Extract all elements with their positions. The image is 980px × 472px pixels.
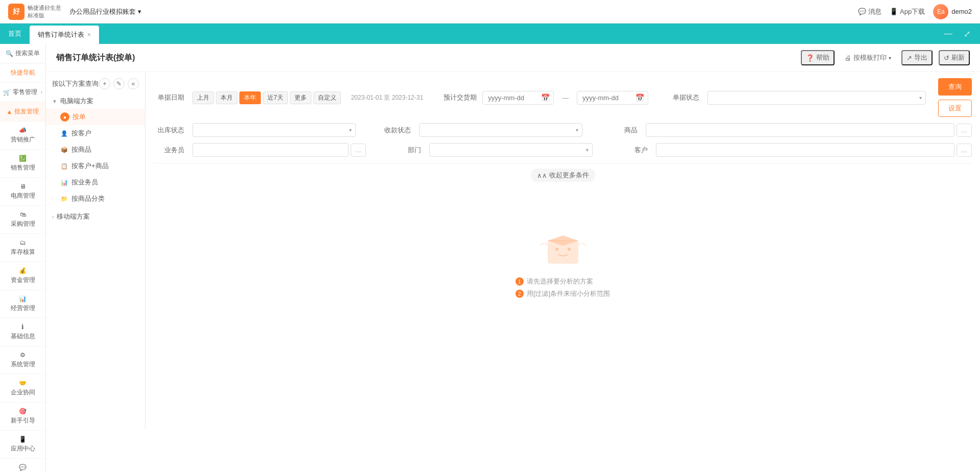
sidebar-item-appstore[interactable]: 📱 应用中心	[0, 431, 45, 459]
system-icon: ⚙	[20, 351, 26, 359]
tab-home[interactable]: 首页	[0, 23, 30, 44]
sidebar-item-system[interactable]: ⚙ 系统管理	[0, 346, 45, 374]
payment-select[interactable]	[419, 123, 582, 137]
category-icon: 📁	[60, 195, 68, 203]
page-header-actions: ❓ 帮助 🖨 按模板打印 ▾ ↗ 导出 ↺ 刷新	[801, 50, 970, 65]
sidebar-item-enterprise[interactable]: 🤝 企业协同	[0, 374, 45, 403]
sidebar-item-sales[interactable]: 💹 销售管理	[0, 150, 45, 178]
date-to-wrapper: 📅	[577, 91, 648, 105]
collapse-bar: ∧∧ 收起更多条件	[154, 163, 972, 187]
sidebar-item-wholesale[interactable]: ▲ 批发管理	[0, 102, 45, 122]
delivery-select[interactable]	[192, 123, 356, 137]
status-select[interactable]	[707, 91, 926, 105]
content-area: 销售订单统计表(按单) ❓ 帮助 🖨 按模板打印 ▾ ↗ 导出	[46, 44, 980, 472]
chevron-right-icon: ›	[41, 89, 42, 95]
sidebar-item-basic[interactable]: ℹ 基础信息	[0, 318, 45, 346]
newbie-icon: 🎯	[19, 408, 27, 415]
scheme-item-by-salesperson[interactable]: 📊 按业务员	[46, 174, 145, 191]
sidebar-item-purchase[interactable]: 🛍 采购管理	[0, 206, 45, 234]
customer-icon: 👤	[60, 129, 68, 137]
finance-icon: 💰	[19, 267, 27, 274]
scheme-panel: 按以下方案查询 + ✎ «	[46, 72, 145, 430]
empty-tip-1: 1 请先选择要分析的方案	[516, 277, 610, 286]
marketing-icon: 📣	[19, 127, 27, 134]
scheme-item-by-customer-product[interactable]: 📋 按客户+商品	[46, 158, 145, 174]
payment-label: 收款状态	[380, 126, 411, 135]
minimize-btn[interactable]: —	[941, 27, 955, 41]
help-btn[interactable]: ❓ 帮助	[801, 50, 835, 65]
sidebar-item-marketing[interactable]: 📣 营销推广	[0, 122, 45, 150]
scheme-group-pc: ▼ 电脑端方案 ● 按单 👤 按客户	[46, 93, 145, 207]
retail-icon: 🛒	[3, 89, 11, 96]
scheme-group-pc-title[interactable]: ▼ 电脑端方案	[46, 93, 145, 109]
scheme-item-by-customer[interactable]: 👤 按客户	[46, 125, 145, 141]
sidebar-item-newbie[interactable]: 🎯 新手引导	[0, 403, 45, 431]
sidebar-item-ecommerce[interactable]: 🖥 电商管理	[0, 178, 45, 206]
refresh-icon: ↺	[944, 54, 949, 62]
sidebar-item-finance[interactable]: 💰 资金管理	[0, 262, 45, 290]
salesperson-label: 业务员	[154, 146, 184, 155]
app-download-btn[interactable]: 📱 App下载	[890, 7, 925, 16]
scheme-edit-btn[interactable]: ✎	[113, 78, 125, 89]
page-wrapper: 销售订单统计表(按单) ❓ 帮助 🖨 按模板打印 ▾ ↗ 导出	[46, 44, 980, 472]
top-bar-right: 💬 消息 📱 App下载 Ea demo2	[858, 4, 972, 19]
sidebar-item-operation[interactable]: 📊 经营管理	[0, 290, 45, 318]
filter-row-3: 业务员 … 部门 ▾ 客户	[154, 143, 972, 157]
scheme-item-by-product[interactable]: 📦 按商品	[46, 141, 145, 158]
scheme-item-by-product-category[interactable]: 📁 按商品分类	[46, 191, 145, 207]
sidebar-item-inventory[interactable]: 🗂 库存核算	[0, 234, 45, 262]
scheme-collapse-btn[interactable]: «	[128, 78, 139, 89]
download-icon: 📱	[890, 8, 898, 15]
sidebar-quick-nav[interactable]: 快捷导航	[0, 63, 45, 83]
empty-tips: 1 请先选择要分析的方案 2 用[过滤]条件来缩小分析范围	[516, 277, 610, 301]
date-btn-7days[interactable]: 近7天	[263, 91, 288, 104]
sidebar-item-retail[interactable]: 🛒 零售管理 ›	[0, 83, 45, 102]
main-layout: 🔍 搜索菜单 快捷导航 🛒 零售管理 › ▲ 批发管理 📣 营销推广 💹 销售管…	[0, 44, 980, 472]
calendar-icon-from: 📅	[541, 93, 550, 102]
maximize-btn[interactable]: ⤢	[960, 27, 974, 41]
salesperson-icon: 📊	[60, 178, 68, 186]
date-btn-last-month[interactable]: 上月	[192, 91, 214, 104]
scheme-item-by-order[interactable]: ● 按单	[46, 109, 145, 125]
wechat-icon: 💬	[19, 464, 27, 471]
date-btn-custom[interactable]: 自定义	[313, 91, 341, 104]
filter-row-1: 单据日期 上月 本月 本年 近7天 更多 自定义 2023-01-01 至 20…	[154, 78, 972, 117]
scheme-group-mobile-title[interactable]: › 移动端方案	[46, 209, 145, 224]
scheme-add-btn[interactable]: +	[99, 78, 110, 89]
date-btn-this-month[interactable]: 本月	[216, 91, 237, 104]
salesperson-dots-btn[interactable]: …	[351, 144, 366, 157]
export-btn[interactable]: ↗ 导出	[901, 50, 933, 65]
product-icon: 📦	[60, 146, 68, 154]
logo-icon: 好	[8, 4, 24, 20]
chevron-right-icon: ›	[52, 214, 54, 220]
tab-active[interactable]: 销售订单统计表 ×	[30, 26, 99, 44]
tab-close-icon[interactable]: ×	[87, 31, 91, 38]
product-label: 商品	[607, 126, 638, 135]
message-icon: 💬	[858, 8, 866, 15]
date-btn-this-year[interactable]: 本年	[239, 91, 261, 104]
customer-input[interactable]	[656, 143, 954, 157]
date-btn-more[interactable]: 更多	[290, 91, 311, 104]
settings-btn[interactable]: 设置	[938, 100, 972, 117]
top-bar-left: 好 畅捷通好生意 标准版 办公用品行业模拟账套 ▾	[8, 4, 145, 20]
filter-row-2: 出库状态 ▾ 收款状态 ▾	[154, 123, 972, 137]
sidebar-item-wechat[interactable]: 💬 企业微信	[0, 459, 45, 472]
query-btn[interactable]: 查询	[938, 78, 972, 96]
user-area[interactable]: Ea demo2	[933, 4, 972, 19]
chevron-down-icon: ▼	[52, 99, 57, 104]
product-dots-btn[interactable]: …	[957, 124, 972, 137]
refresh-btn[interactable]: ↺ 刷新	[939, 50, 970, 65]
print-btn[interactable]: 🖨 按模板打印 ▾	[841, 51, 895, 64]
tab-bar-actions: — ⤢	[941, 27, 980, 41]
page-header: 销售订单统计表(按单) ❓ 帮助 🖨 按模板打印 ▾ ↗ 导出	[46, 44, 980, 72]
calendar-icon-to: 📅	[635, 93, 644, 102]
customer-dots-btn[interactable]: …	[957, 144, 972, 157]
collapse-btn[interactable]: ∧∧ 收起更多条件	[531, 169, 595, 182]
salesperson-input[interactable]	[192, 143, 349, 157]
product-input[interactable]	[646, 123, 954, 137]
app-selector[interactable]: 办公用品行业模拟账套 ▾	[65, 5, 145, 18]
department-select[interactable]	[429, 143, 593, 157]
message-btn[interactable]: 💬 消息	[858, 7, 881, 16]
date-from-wrapper: 📅	[482, 91, 554, 105]
sidebar-search[interactable]: 🔍 搜索菜单	[0, 44, 45, 63]
